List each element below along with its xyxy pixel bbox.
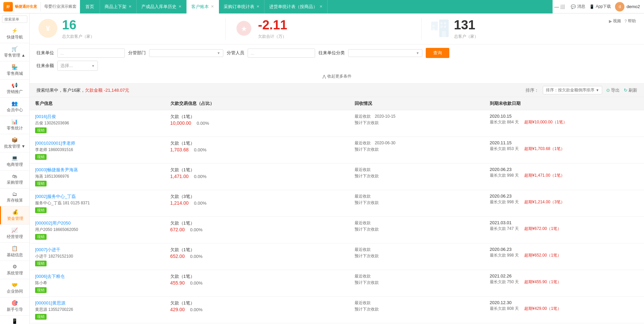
table-row: [0016]吕俊 吕俊 13026203696 现销 欠款（1笔） 10,000… xyxy=(30,110,644,137)
customer-name[interactable]: [000002]用户2050 xyxy=(35,220,160,226)
member-icon: 👥 xyxy=(1,100,28,107)
purchase-icon: 🛍 xyxy=(1,173,28,179)
tab-purchase-stats[interactable]: 采购订单统计表 ✕ xyxy=(219,0,264,13)
maximize-btn[interactable]: ⬜ xyxy=(560,4,565,9)
result-bar: 搜索结果中，客户16家，欠款金额 -21,148.07元 排序： 排序：按欠款金… xyxy=(30,84,644,97)
customer-tag: 现销 xyxy=(35,287,47,293)
collapse-btn[interactable]: ⋀ 收起更多条件 xyxy=(323,73,352,79)
overdue-text[interactable]: 超期¥672.00（1笔） xyxy=(524,226,561,231)
sidebar-item-inventory[interactable]: 🗂 库存核算 xyxy=(0,188,29,206)
total-customers-label: 总客户（家） xyxy=(454,34,478,39)
dept-select[interactable]: ▼ xyxy=(149,49,223,57)
svg-rect-9 xyxy=(441,26,443,28)
close-tab-icon[interactable]: ✕ xyxy=(319,4,323,9)
overdue-text[interactable]: 超期¥1,471.00（1笔） xyxy=(524,173,565,178)
sidebar-item-quick-nav[interactable]: ⚡ 快捷导航 xyxy=(0,25,29,43)
sidebar-item-member[interactable]: 👥 会员中心 xyxy=(0,98,29,116)
user-area[interactable]: d demo2 xyxy=(615,2,640,11)
customer-name[interactable]: [0001020001]李老师 xyxy=(35,140,160,146)
recent-collect-label: 最近收款 xyxy=(355,220,479,226)
overdue-days: 最长欠款 998 天 xyxy=(490,200,523,204)
sort-label-text: 排序： xyxy=(526,87,539,93)
overdue-days: 最长欠款 998 天 xyxy=(490,253,523,258)
recent-collect-label: 最近收款 xyxy=(355,167,479,173)
search-input[interactable] xyxy=(2,16,27,23)
customer-name[interactable]: [0016]吕俊 xyxy=(35,114,160,120)
next-collect-label: 预计下次收款 xyxy=(355,173,479,179)
source-unit-label: 往来单位 xyxy=(36,50,54,56)
svg-text:★: ★ xyxy=(241,26,247,32)
customer-phone: 海蒸 18513066976 xyxy=(35,174,160,179)
tab-inbound-stats[interactable]: 进货单统计表（按商品） ✕ xyxy=(264,0,328,13)
customer-name[interactable]: [0003]畅捷服务尹海蒸 xyxy=(35,167,160,173)
sidebar-item-app-center[interactable]: 📱 应用中心 xyxy=(0,316,29,324)
collapse-row: ⋀ 收起更多条件 xyxy=(36,73,637,80)
sidebar-item-collab[interactable]: 🤝 企业协同 xyxy=(0,279,29,297)
overdue-text[interactable]: 超期¥1,703.68（1笔） xyxy=(524,146,565,151)
video-btn[interactable]: ▶ 视频 xyxy=(609,18,621,24)
overdue-text[interactable]: 超期¥652.00（1笔） xyxy=(524,253,561,258)
system-icon: ⚙ xyxy=(1,264,28,270)
close-tab-icon[interactable]: ✕ xyxy=(211,4,214,9)
sidebar-item-wholesale[interactable]: 📦 批发管理 ▼ xyxy=(0,134,29,152)
help-btn[interactable]: ? 帮助 xyxy=(624,18,636,24)
close-tab-icon[interactable]: ✕ xyxy=(129,4,132,9)
sidebar-item-marketing[interactable]: 📢 营销推广 xyxy=(0,80,29,98)
col-due-date: 到期未收款日期 xyxy=(484,97,644,110)
source-unit-input[interactable]: ... xyxy=(57,49,125,58)
customer-phone: 小进干 18279152100 xyxy=(35,254,160,259)
query-button[interactable]: 查询 xyxy=(426,48,449,58)
customer-phone: 陈小希 xyxy=(35,280,160,286)
overdue-text[interactable]: 超期¥1,214.00（3笔） xyxy=(524,200,565,204)
app-download-btn[interactable]: 📱 App下载 xyxy=(589,4,611,9)
sidebar-item-purchase[interactable]: 🛍 采购管理 xyxy=(0,171,29,188)
customer-name[interactable]: [000001]黄思源 xyxy=(35,300,160,306)
tab-warehouse-history[interactable]: 产成品入库单历史 ✕ xyxy=(137,0,187,13)
table-row: [0002]服务中心_丁磊 服务中心_丁磊 181 0125 8371 现销 欠… xyxy=(30,190,644,217)
sidebar-item-retail-mall[interactable]: 🏪 零售商城 xyxy=(0,61,29,80)
sidebar-item-basic-info[interactable]: 📋 基础信息 xyxy=(0,243,29,261)
refresh-btn[interactable]: ↻ 刷新 xyxy=(624,87,637,93)
sidebar-item-retail-stats[interactable]: 📊 零售统计 xyxy=(0,116,29,134)
overdue-text[interactable]: 超期¥429.00（1笔） xyxy=(524,306,561,311)
export-btn[interactable]: ⊙ 导出 xyxy=(606,87,620,93)
customer-name[interactable]: [0007]小进干 xyxy=(35,247,160,253)
person-input[interactable]: ... xyxy=(248,49,315,58)
sidebar-item-newbie[interactable]: 🎯 新手引导 xyxy=(0,297,29,316)
export-icon: ⊙ xyxy=(606,88,610,93)
unit-class-select[interactable]: ▼ xyxy=(348,49,422,57)
sidebar-item-system[interactable]: ⚙ 系统管理 xyxy=(0,261,29,279)
sidebar-item-retail-mgmt[interactable]: 🛒 零售管理 ▲ xyxy=(0,43,29,61)
stat-top-right: ▶ 视频 ? 帮助 xyxy=(609,18,636,24)
sidebar-item-business[interactable]: 📈 经营管理 xyxy=(0,225,29,243)
debt-total-value: -2.11 xyxy=(258,18,287,32)
customer-name[interactable]: [0006]去下粮仓 xyxy=(35,273,160,279)
video-icon: ▶ xyxy=(609,19,612,24)
sidebar-item-ecommerce[interactable]: 💻 电商管理 xyxy=(0,152,29,171)
close-tab-icon[interactable]: ✕ xyxy=(178,4,181,9)
customer-tag: 现销 xyxy=(35,127,47,133)
message-btn[interactable]: 💬 消息 xyxy=(571,4,585,9)
svg-rect-12 xyxy=(442,31,446,37)
sort-select[interactable]: 排序：按欠款金额倒序排序 ▼ xyxy=(543,86,602,94)
minimize-btn[interactable]: — xyxy=(554,4,559,9)
overdue-text[interactable]: 超期¥455.90（1笔） xyxy=(524,279,561,284)
col-customer-info: 客户信息 xyxy=(30,97,165,110)
tab-product-listing[interactable]: 商品上下架 ✕ xyxy=(100,0,137,13)
overdue-text[interactable]: 超期¥10,000.00（1笔） xyxy=(524,120,567,124)
debt-count: 欠款（1笔） xyxy=(170,247,344,253)
sidebar-item-finance[interactable]: 💰 资金管理 xyxy=(0,206,29,225)
customer-phone: 服务中心_丁磊 181 0125 8371 xyxy=(35,200,160,206)
close-tab-icon[interactable]: ✕ xyxy=(256,4,259,9)
filter-row-1: 往来单位 ... 分管部门 ▼ 分管人员 ... 往来单位分类 xyxy=(36,48,637,58)
tab-home[interactable]: 首页 xyxy=(80,0,100,13)
balance-select[interactable]: 选择... ▼ xyxy=(57,61,98,71)
chevron-down-icon-2: ▼ xyxy=(416,51,419,55)
debt-ratio: 0.00% xyxy=(190,307,202,312)
debt-customers-label: 总欠款客户（家） xyxy=(62,34,94,39)
customer-name[interactable]: [0002]服务中心_丁磊 xyxy=(35,194,160,200)
debt-amount: 672.00 xyxy=(170,227,185,232)
tab-customer-account[interactable]: 客户账本 ✕ xyxy=(187,0,219,13)
table-container: 客户信息 欠款交易信息（占比） 回收情况 到期未收款日期 [0016]吕俊 吕俊… xyxy=(30,97,644,324)
customer-tag: 现销 xyxy=(35,207,47,213)
